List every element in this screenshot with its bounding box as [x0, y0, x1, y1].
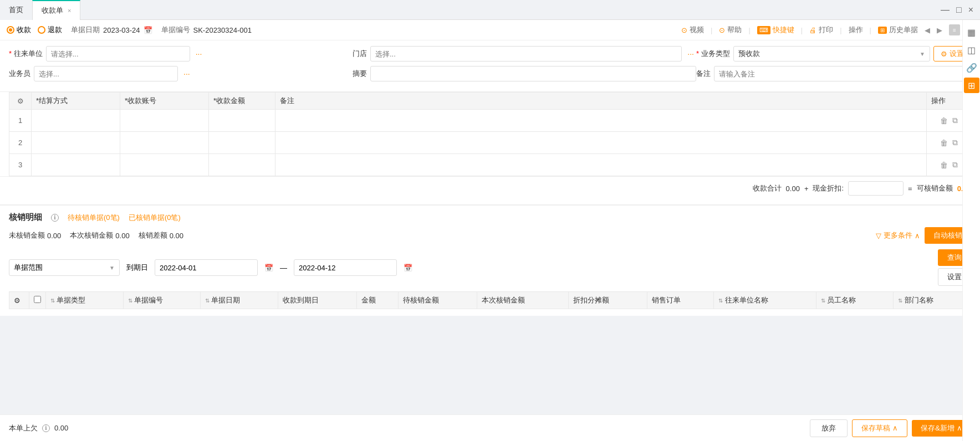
account-cell-1[interactable] — [120, 110, 209, 132]
layout-list-icon[interactable]: ≡ — [949, 24, 960, 35]
btcol-checkbox[interactable] — [29, 292, 46, 309]
draft-chevron-icon: ∧ — [892, 424, 898, 432]
btcol-gear[interactable]: ⚙ — [9, 292, 29, 309]
amount-cell-3[interactable] — [209, 154, 275, 176]
col-gear-header[interactable]: ⚙ — [9, 93, 32, 110]
biz-type-select[interactable]: 预收款 ▼ — [733, 46, 930, 61]
verify-header: 核销明细 ℹ 待核销单据(0笔) 已核销单据(0笔) — [9, 212, 971, 223]
shortcut-btn[interactable]: ⌨ 快捷键 — [757, 25, 794, 35]
video-btn[interactable]: ⊙ 视频 — [681, 25, 704, 35]
pending-tab[interactable]: 待核销单据(0笔) — [68, 213, 120, 223]
copy-row-3-btn[interactable]: ⧉ — [952, 160, 958, 170]
total-label: 收款合计 — [753, 183, 782, 193]
more-filter-btn[interactable]: ▽ 更多条件 ∧ — [876, 230, 920, 240]
settle-cell-1[interactable] — [32, 110, 120, 132]
copy-row-2-btn[interactable]: ⧉ — [952, 138, 958, 147]
btcol-amount: 金额 — [356, 292, 398, 309]
maximize-icon[interactable]: □ — [954, 4, 964, 16]
doc-range-select[interactable]: 单据范围 ▼ — [9, 259, 120, 276]
save-new-chevron-icon: ∧ — [957, 424, 962, 432]
tab-close-icon[interactable]: × — [68, 7, 71, 14]
form-row-1: * 往来单位 ··· 门店 ··· * 业务类型 预收款 ▼ ⚙ 设置 — [9, 46, 971, 61]
copy-row-1-btn[interactable]: ⧉ — [952, 116, 958, 125]
account-cell-3[interactable] — [120, 154, 209, 176]
summary-input[interactable] — [370, 66, 696, 81]
close-window-icon[interactable]: × — [966, 4, 976, 16]
partner-field: * 往来单位 ··· — [9, 46, 353, 61]
sidebar-link-icon[interactable]: 🔗 — [964, 60, 979, 75]
delete-row-1-btn[interactable]: 🗑 — [940, 116, 948, 125]
account-cell-2[interactable] — [120, 132, 209, 154]
staff-input[interactable] — [34, 66, 178, 81]
btcol-due: 收款到期日 — [278, 292, 356, 309]
main-content: 收款 退款 单据日期 2023-03-24 📅 单据编号 SK-20230324… — [0, 20, 980, 316]
sidebar-table-icon[interactable]: ▦ — [964, 24, 979, 40]
calendar-from-icon[interactable]: 📅 — [264, 264, 273, 272]
partner-input[interactable] — [46, 46, 190, 61]
tab-receipt[interactable]: 收款单 × — [32, 0, 80, 20]
row-num-2: 2 — [9, 132, 32, 154]
discount-input[interactable] — [848, 181, 904, 196]
date-field: 单据日期 2023-03-24 📅 — [71, 25, 152, 35]
unchecked-stat: 未核销金额 0.00 — [9, 230, 61, 240]
current-stat: 本次核销金额 0.00 — [70, 230, 129, 240]
next-icon[interactable]: ▶ — [937, 26, 942, 34]
bottom-table: ⚙ ⇅ 单据类型 ⇅ 单据编号 ⇅ 单据日期 收款到期日 金额 待核销金额 本次… — [9, 291, 971, 309]
done-tab[interactable]: 已核销单据(0笔) — [129, 213, 181, 223]
receipt-radio-dot — [7, 26, 14, 34]
delete-row-3-btn[interactable]: 🗑 — [940, 161, 948, 170]
ops-btn[interactable]: 操作 — [849, 25, 863, 35]
receipt-radio[interactable]: 收款 — [7, 25, 31, 35]
store-input[interactable] — [370, 46, 682, 61]
total-value: 0.00 — [786, 184, 800, 193]
settle-cell-3[interactable] — [32, 154, 120, 176]
sidebar-expand-icon[interactable]: ⊞ — [964, 78, 979, 93]
amount-cell-1[interactable] — [209, 110, 275, 132]
amount-cell-2[interactable] — [209, 132, 275, 154]
note-cell-2[interactable] — [275, 132, 927, 154]
refund-radio[interactable]: 退款 — [38, 25, 62, 35]
calendar-icon[interactable]: 📅 — [144, 26, 152, 34]
settle-cell-2[interactable] — [32, 132, 120, 154]
minimize-icon[interactable]: — — [938, 4, 952, 16]
save-draft-btn[interactable]: 保存草稿 ∧ — [852, 419, 907, 437]
form-row-2: 业务员 ··· 摘要 备注 — [9, 66, 971, 81]
history-btn[interactable]: ⊞ 历史单据 — [878, 25, 918, 35]
staff-more-btn[interactable]: ··· — [181, 69, 192, 78]
print-btn[interactable]: 🖨 打印 — [809, 25, 833, 35]
verify-section: 核销明细 ℹ 待核销单据(0笔) 已核销单据(0笔) 未核销金额 0.00 本次… — [0, 204, 980, 316]
note-cell-3[interactable] — [275, 154, 927, 176]
btcol-number: ⇅ 单据编号 — [123, 292, 201, 309]
calendar-to-icon[interactable]: 📅 — [404, 264, 412, 272]
number-field: 单据编号 SK-20230324-001 — [161, 25, 252, 35]
table-row: 3 🗑 ⧉ — [9, 154, 971, 176]
footer-bar: 本单上欠 ℹ 0.00 放弃 保存草稿 ∧ 保存&新增 ∧ — [0, 414, 980, 441]
row-num-1: 1 — [9, 110, 32, 132]
sidebar-list-icon[interactable]: ◫ — [964, 42, 979, 58]
store-more-btn[interactable]: ··· — [685, 49, 696, 58]
date-to-input[interactable] — [294, 259, 397, 276]
prev-icon[interactable]: ◀ — [925, 26, 930, 34]
select-all-checkbox[interactable] — [34, 296, 41, 303]
verify-info-icon[interactable]: ℹ — [51, 214, 59, 222]
top-toolbar: 收款 退款 单据日期 2023-03-24 📅 单据编号 SK-20230324… — [0, 20, 980, 40]
help-btn[interactable]: ⊙ 帮助 — [719, 25, 742, 35]
footer-right: 放弃 保存草稿 ∧ 保存&新增 ∧ — [810, 419, 971, 437]
btcol-type: ⇅ 单据类型 — [46, 292, 124, 309]
refund-radio-dot — [38, 26, 45, 34]
note-input[interactable] — [714, 66, 971, 81]
plus-sign: + — [804, 184, 809, 193]
diff-stat: 核销差额 0.00 — [139, 230, 183, 240]
equals-sign: = — [908, 184, 912, 193]
delete-row-2-btn[interactable]: 🗑 — [940, 139, 948, 147]
btcol-staff: ⇅ 员工名称 — [816, 292, 894, 309]
order-info-icon[interactable]: ℹ — [42, 424, 50, 432]
form-area: * 往来单位 ··· 门店 ··· * 业务类型 预收款 ▼ ⚙ 设置 — [0, 40, 980, 92]
discard-btn[interactable]: 放弃 — [810, 419, 848, 437]
note-cell-1[interactable] — [275, 110, 927, 132]
date-from-input[interactable] — [155, 259, 258, 276]
order-label: 本单上欠 — [9, 423, 38, 433]
tab-home[interactable]: 首页 — [0, 0, 32, 20]
receipt-type-group: 收款 退款 — [7, 25, 62, 35]
partner-more-btn[interactable]: ··· — [193, 49, 205, 58]
